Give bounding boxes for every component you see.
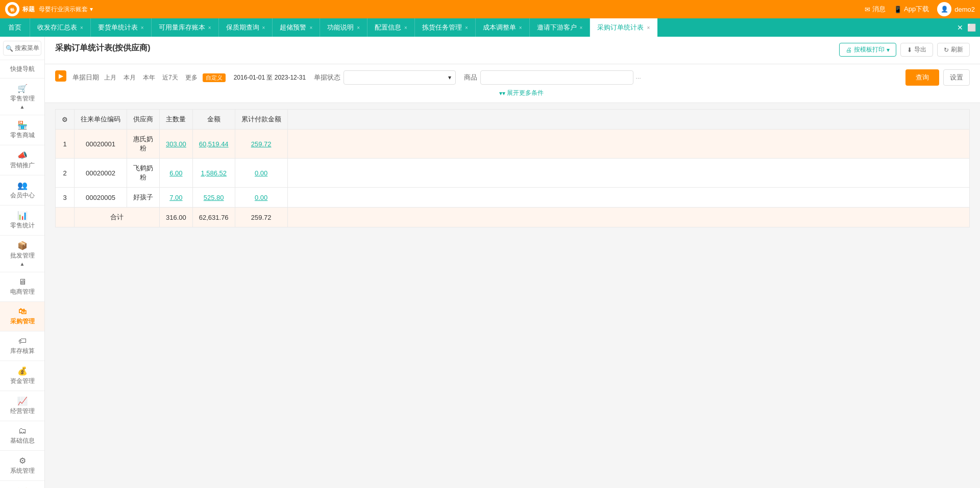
stock-check-icon: 🏷	[18, 337, 27, 346]
gear-icon[interactable]: ⚙	[62, 116, 68, 123]
shortcut-more[interactable]: 更多	[183, 73, 200, 83]
tab-pick-task[interactable]: 拣货任务管理 ×	[415, 18, 476, 37]
app-download-btn[interactable]: 📱 App下载	[894, 5, 929, 14]
user-area[interactable]: 👤 demo2	[937, 2, 975, 16]
settings-btn[interactable]: 设置	[943, 69, 970, 86]
row-3-paid-link[interactable]: 0.00	[255, 194, 267, 201]
close-all-tabs[interactable]: ✕	[957, 23, 963, 32]
footer-label: 合计	[75, 208, 160, 227]
row-2-amount-link[interactable]: 1,586.52	[201, 169, 227, 177]
sidebar-item-stock-check[interactable]: 🏷 库存核算	[0, 331, 44, 361]
close-tab-order-summary[interactable]: ×	[141, 25, 144, 31]
tab-order-summary[interactable]: 要货单统计表 ×	[91, 18, 152, 37]
ecommerce-mgmt-icon: 🖥	[18, 277, 27, 287]
search-menu-btn[interactable]: 🔍 搜索菜单	[3, 41, 41, 56]
filter-collapse-btn[interactable]: ▶	[55, 70, 66, 82]
row-3-qty-link[interactable]: 7.00	[169, 194, 182, 201]
tab-invite-downstream-label: 邀请下游客户	[537, 23, 577, 32]
tab-purchase-stats[interactable]: 采购订单统计表 ×	[590, 18, 657, 37]
sidebar-item-purchase-mgmt[interactable]: 🛍 采购管理	[0, 302, 44, 331]
date-label: 单据日期	[72, 73, 99, 82]
tab-usable-stock[interactable]: 可用量库存账本 ×	[152, 18, 219, 37]
sidebar-item-retail-stats[interactable]: 📊 零售统计	[0, 206, 44, 236]
close-tab-usable-stock[interactable]: ×	[208, 25, 211, 31]
sidebar-item-basic-info[interactable]: 🗂 基础信息	[0, 421, 44, 451]
close-tab-pick-task[interactable]: ×	[465, 25, 468, 31]
close-tab-overstock-alert[interactable]: ×	[309, 25, 312, 31]
shortcut-last-7[interactable]: 近7天	[160, 73, 180, 83]
avatar: 👤	[937, 2, 951, 16]
close-tab-func-desc[interactable]: ×	[357, 25, 360, 31]
refresh-btn[interactable]: ↻ 刷新	[937, 43, 970, 57]
export-btn[interactable]: ⬇ 导出	[900, 43, 933, 57]
shortcut-this-year[interactable]: 本年	[141, 73, 157, 83]
th-amount: 金额	[192, 110, 235, 130]
close-tab-config-info[interactable]: ×	[404, 25, 407, 31]
row-3-amount-link[interactable]: 525.80	[204, 194, 224, 201]
tab-expiry-query[interactable]: 保质期查询 ×	[219, 18, 273, 37]
ecommerce-mgmt-label: 电商管理	[10, 288, 35, 296]
row-1-amount-link[interactable]: 60,519.44	[199, 140, 229, 148]
close-tab-invite-downstream[interactable]: ×	[580, 25, 583, 31]
logo-icon: 畅	[5, 2, 19, 16]
purchase-mgmt-icon: 🛍	[18, 307, 27, 316]
message-btn[interactable]: ✉ 消息	[865, 5, 886, 14]
quick-nav-btn[interactable]: 快捷导航	[0, 62, 44, 76]
row-3-qty: 7.00	[160, 188, 193, 208]
tab-home[interactable]: 首页	[0, 18, 30, 37]
expand-more-conditions-btn[interactable]: ▾▾ 展开更多条件	[499, 89, 544, 97]
sidebar-item-enterprise-coop[interactable]: 🤝 企业协同	[0, 481, 44, 488]
expand-icon2: ▲	[20, 261, 25, 267]
sidebar-item-retail-shop[interactable]: 🏪 零售商城	[0, 115, 44, 145]
close-tab-expiry-query[interactable]: ×	[262, 25, 265, 31]
template-print-btn[interactable]: 🖨 按模板打印 ▾	[839, 43, 896, 57]
th-gear: ⚙	[56, 110, 75, 130]
row-2-qty-link[interactable]: 6.00	[169, 169, 182, 177]
close-tab-purchase-stats[interactable]: ×	[647, 25, 650, 31]
page-content: ⚙ 往来单位编码 供应商 主数量 金额 累计付款金额 1 00020001	[45, 103, 980, 488]
close-tab-receive-summary[interactable]: ×	[80, 25, 83, 31]
row-2-paid-link[interactable]: 0.00	[255, 169, 267, 177]
expand-tabs[interactable]: ⬜	[967, 23, 976, 32]
row-2-supplier: 飞鹤奶粉	[127, 159, 160, 188]
tab-overstock-alert[interactable]: 超储预警 ×	[273, 18, 320, 37]
tab-func-desc[interactable]: 功能说明 ×	[320, 18, 368, 37]
sidebar-item-ecommerce-mgmt[interactable]: 🖥 电商管理	[0, 272, 44, 302]
table-footer-row: 合计 316.00 62,631.76 259.72	[56, 208, 970, 227]
sidebar-item-marketing[interactable]: 📣 营销推广	[0, 145, 44, 175]
sidebar-item-system-mgmt[interactable]: ⚙ 系统管理	[0, 451, 44, 481]
template-print-label: 按模板打印	[854, 45, 885, 54]
sidebar-item-ops-mgmt[interactable]: 📈 经营管理	[0, 391, 44, 421]
sidebar-item-retail-mgmt[interactable]: 🛒 零售管理 ▲	[0, 79, 44, 115]
row-1-code: 00020001	[75, 130, 127, 159]
status-select[interactable]: ▾	[344, 70, 456, 85]
tab-receive-summary[interactable]: 收发存汇总表 ×	[30, 18, 91, 37]
goods-input[interactable]	[480, 70, 633, 85]
sidebar-item-member-center[interactable]: 👥 会员中心	[0, 175, 44, 206]
search-btn[interactable]: 查询	[905, 69, 939, 86]
finance-mgmt-icon: 💰	[17, 366, 28, 376]
app-download-label: App下载	[904, 5, 929, 14]
page-title: 采购订单统计表(按供应商)	[55, 43, 151, 54]
tab-invite-downstream[interactable]: 邀请下游客户 ×	[530, 18, 591, 37]
row-2-index: 2	[56, 159, 75, 188]
tab-cost-adjust[interactable]: 成本调整单 ×	[476, 18, 530, 37]
filter-area: ▶ 单据日期 上月 本月 本年 近7天 更多 自定义	[45, 64, 980, 103]
sidebar-item-wholesale-mgmt[interactable]: 📦 批发管理 ▲	[0, 236, 44, 272]
tab-config-info[interactable]: 配置信息 ×	[368, 18, 415, 37]
expand-label: 展开更多条件	[507, 89, 544, 97]
sidebar-item-finance-mgmt[interactable]: 💰 资金管理	[0, 361, 44, 391]
row-1-paid-link[interactable]: 259.72	[251, 140, 272, 148]
action-buttons: 查询 设置	[905, 69, 970, 86]
wholesale-mgmt-icon: 📦	[17, 241, 28, 250]
close-tab-cost-adjust[interactable]: ×	[519, 25, 522, 31]
quick-nav-label: 快捷导航	[10, 65, 35, 72]
shortcut-last-month[interactable]: 上月	[102, 73, 118, 83]
workspace-selector[interactable]: 母婴行业演示账套 ▾	[39, 5, 93, 14]
table-footer: 合计 316.00 62,631.76 259.72	[56, 208, 970, 227]
logo-area: 畅 标题	[5, 2, 35, 16]
shortcut-this-month[interactable]: 本月	[121, 73, 138, 83]
goods-more-icon[interactable]: ···	[635, 74, 641, 82]
row-1-qty-link[interactable]: 303.00	[166, 140, 186, 148]
row-3-index: 3	[56, 188, 75, 208]
